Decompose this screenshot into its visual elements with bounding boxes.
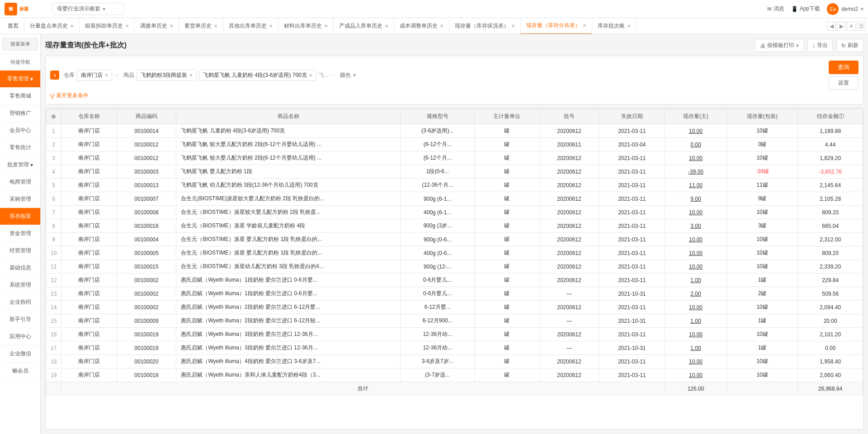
row-qty[interactable]: 10.00 [665,246,726,260]
filter-product-tag-1[interactable]: 飞鹤奶粉3段两提装 ✕ [137,70,197,81]
sidebar-item-wholesale[interactable]: 批发管理 ▾ [0,156,40,174]
sidebar-item-purchase[interactable]: 采购管理 [0,191,40,208]
row-spec: 900g (12-... [401,260,475,274]
sidebar-item-ecom[interactable]: 电商管理 [0,174,40,191]
row-qty[interactable]: 1.00 [665,314,726,328]
tab-demand-history[interactable]: 要货单历史 ✕ [179,18,223,34]
tab-other-out[interactable]: 其他出库单历史 ✕ [223,18,278,34]
tab-stock-distribution[interactable]: 现存量（库存分布表） ✕ [521,18,592,34]
export-btn[interactable]: ↓ 导出 [807,39,833,52]
tab-prev-btn[interactable]: ◀ [827,22,836,31]
tab-material-out[interactable]: 材料出库单历史 ✕ [278,18,334,34]
row-qty[interactable]: 1.00 [665,274,726,287]
search-menu-btn[interactable]: 搜索菜单 [2,38,38,50]
workspace-selector[interactable]: 母婴行业演示账套 ▾ [52,3,124,15]
row-expiry: 2021-03-11 [599,151,665,165]
sidebar-item-mall[interactable]: 零售商城 [0,88,40,105]
tab-demand-close[interactable]: ✕ [214,24,217,28]
row-pkg-qty: 10罐 [726,301,798,314]
tab-batch-voucher[interactable]: 库存批次账 ✕ [592,18,637,34]
row-qty[interactable]: 3.00 [665,219,726,233]
row-qty[interactable]: 11.00 [665,179,726,192]
sidebar-item-guide[interactable]: 新手引导 [0,311,40,328]
row-qty[interactable]: 10.00 [665,328,726,341]
row-qty[interactable]: 10.00 [665,368,726,382]
tab-product-in-close[interactable]: ✕ [385,24,388,28]
row-qty[interactable]: 10.00 [665,301,726,314]
sidebar-item-warehouse[interactable]: 库存核算 [0,208,40,225]
sidebar-item-finance[interactable]: 资金管理 [0,225,40,242]
tab-product-in[interactable]: 产成品入库单历史 ✕ [334,18,394,34]
row-qty[interactable]: -39.00 [665,165,726,179]
row-qty[interactable]: 1.00 [665,341,726,355]
setting-btn[interactable]: 设置 [829,76,859,90]
sidebar-item-basic[interactable]: 基础信息 [0,259,40,277]
sidebar-item-stats[interactable]: 零售统计 [0,139,40,156]
refresh-btn[interactable]: ↻ 刷新 [836,39,863,52]
row-expiry: 2021-03-11 [599,246,665,260]
col-settings[interactable]: ⚙ [46,109,61,124]
row-qty[interactable]: 10.00 [665,260,726,274]
tab-cost-close[interactable]: ✕ [440,24,443,28]
filter-warehouse-tag[interactable]: 南岸门店 ✕ [77,70,112,81]
row-expiry: 2021-10-31 [599,314,665,328]
sidebar-item-retail[interactable]: 零售管理 ▾ [0,71,40,88]
sidebar-item-appCenter[interactable]: 应用中心 [0,328,40,345]
tab-home[interactable]: 首页 [2,18,24,34]
tab-other-out-close[interactable]: ✕ [269,24,273,28]
sidebar-item-corpWeChat[interactable]: 企业微信 [0,345,40,363]
row-qty[interactable]: 10.00 [665,355,726,368]
row-qty[interactable]: 10.00 [665,124,726,138]
row-qty[interactable]: 9.00 [665,192,726,206]
row-qty[interactable]: 2.00 [665,287,726,301]
tab-disassemble-history[interactable]: 组装拆卸单历史 ✕ [80,18,135,34]
tab-stock-dist-close[interactable]: ✕ [583,23,586,28]
filter-expand-btn[interactable]: › [50,71,59,80]
filter-warehouse-close[interactable]: ✕ [104,73,108,78]
footer-label: 合计 [61,382,665,396]
filter-color-label: 颜色 [340,71,351,79]
print-template-btn[interactable]: 🖨 按模板打印 ▾ [755,39,804,52]
tab-split-close[interactable]: ✕ [70,24,74,28]
tab-batch-close[interactable]: ✕ [627,24,631,28]
quick-nav-link[interactable]: 快捷导航 [2,57,38,68]
table-row: 14 南岸门店 00100002 惠氏启赋（Wyeth illuma）2段奶粉 … [46,301,863,314]
sidebar-item-member2[interactable]: 畅会员 [0,363,40,380]
filter-product-extra[interactable]: ··· [331,72,335,78]
sidebar-item-system[interactable]: 系统管理 [0,277,40,294]
sidebar-item-biz[interactable]: 经营管理 [0,242,40,259]
row-qty[interactable]: 10.00 [665,206,726,219]
print-chevron-icon: ▾ [796,42,799,49]
tab-stock-status[interactable]: 现存量（库存状况表） ✕ [449,18,521,34]
tab-mix-history[interactable]: 调拨单历史 ✕ [135,18,179,34]
row-qty[interactable]: 10.00 [665,151,726,165]
message-btn[interactable]: ✉ 消息 [767,5,784,13]
filter-expand-more[interactable]: ⋁ 展开更多条件 [50,92,859,99]
filter-product-tag-2-close[interactable]: ✕ [309,73,312,78]
sidebar-item-marketing[interactable]: 营销推广 [0,105,40,122]
filter-product-more[interactable]: 飞... [319,71,329,79]
filter-product-tag-2[interactable]: 飞鹤星飞帆 儿童奶粉 4段(3-6岁适用) 700克 ✕ [199,70,316,81]
tab-cost-adjust[interactable]: 成本调整单历史 ✕ [394,18,449,34]
row-qty[interactable]: 0.00 [665,138,726,151]
tab-disassemble-close[interactable]: ✕ [125,24,129,28]
row-code: 00100002 [117,287,176,301]
row-warehouse: 南岸门店 [61,124,117,138]
row-qty[interactable]: 10.00 [665,233,726,246]
sidebar-item-member[interactable]: 会员中心 [0,122,40,139]
tab-split-history[interactable]: 分量盘点单历史 ✕ [24,18,80,34]
tab-material-out-close[interactable]: ✕ [324,24,328,28]
user-avatar[interactable]: Ea demo2 ▾ [827,3,863,15]
app-download-btn[interactable]: 📱 App下载 [791,5,820,13]
tab-close-all-btn[interactable]: ✕ [847,22,856,31]
query-btn[interactable]: 查询 [829,61,859,74]
row-unit: 罐 [475,165,540,179]
filter-warehouse-more[interactable]: ··· [114,72,119,78]
sidebar-item-corp[interactable]: 企业协同 [0,294,40,311]
tab-menu-btn[interactable]: ☰ [857,22,866,31]
filter-color-chevron[interactable]: ▾ [353,72,356,78]
filter-product-tag-1-close[interactable]: ✕ [189,73,193,78]
tab-stock-status-close[interactable]: ✕ [511,24,515,28]
tab-mix-close[interactable]: ✕ [170,24,173,28]
tab-next-btn[interactable]: ▶ [837,22,846,31]
